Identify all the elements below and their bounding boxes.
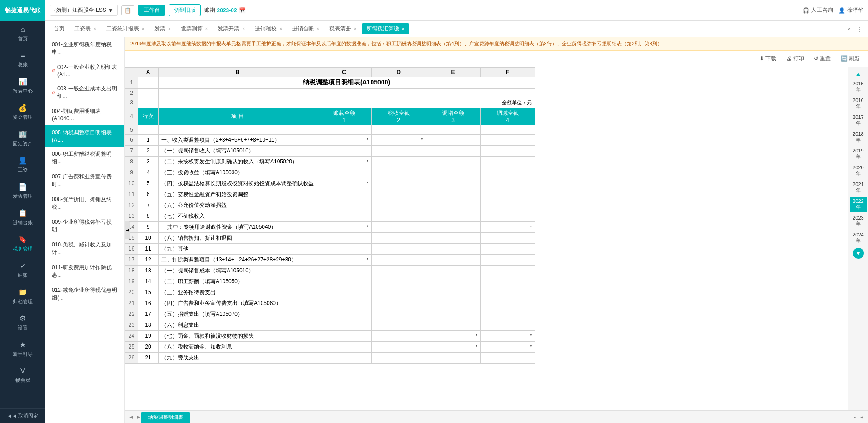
year-2015[interactable]: 2015年 <box>850 79 867 95</box>
sidebar-item-reports[interactable]: 📊 报表中心 <box>0 73 45 99</box>
download-button[interactable]: ⬇ 下载 <box>757 54 779 64</box>
sidebar-item-guide[interactable]: ★ 新手引导 <box>0 336 45 362</box>
tab-purchase-ledger[interactable]: 进销台账 × <box>288 23 324 34</box>
topbar-right: 🎧 人工咨询 👤 徐泽华 <box>803 6 863 14</box>
sidebar-item-tax[interactable]: 🔖 税务管理 <box>0 231 45 257</box>
tab-close-purchase-check[interactable]: × <box>279 26 282 31</box>
tab-invoice-open[interactable]: 发票开票 × <box>213 23 249 34</box>
year-2022[interactable]: 2022年 <box>850 197 867 212</box>
tab-close-tax-clear[interactable]: × <box>354 26 357 31</box>
left-item-010[interactable]: 010-免税、减计收入及加计... <box>45 237 124 260</box>
left-item-011[interactable]: 011-研发费用加计扣除优惠... <box>45 260 124 283</box>
year-2024[interactable]: 2024年 <box>850 230 867 246</box>
sidebar-item-home[interactable]: ⌂ 首页 <box>0 21 45 47</box>
year-2023[interactable]: 2023年 <box>850 213 867 229</box>
tabbar-settings-btn[interactable]: ⋮ <box>854 25 864 33</box>
main-content: (勿删）江西股全-LSS ▼ 📋 工作台 切到旧版 账期 2023-02 📅 🎧… <box>45 0 868 423</box>
nav-right-icon[interactable]: ► <box>136 414 141 420</box>
left-item-012[interactable]: 012-减免企业所得税优惠明细(... <box>45 283 124 305</box>
tab-close-invoice-calc[interactable]: × <box>205 26 208 31</box>
sheet-tab-label: 纳税调整明细表 <box>148 414 183 420</box>
year-2016[interactable]: 2016年 <box>850 96 867 112</box>
table-row: 12 7 （六）公允价值变动净损益 <box>125 200 535 211</box>
user-icon: 👤 <box>838 7 845 14</box>
tab-income-tax[interactable]: 所得税汇算缴 × <box>362 23 409 34</box>
tab-close-invoice-open[interactable]: × <box>242 26 245 31</box>
table-row: 24 19 （七）罚金、罚款和被没收财物的损失 * * <box>125 330 535 341</box>
tab-close-payroll[interactable]: × <box>94 26 96 31</box>
left-item-001[interactable]: 001-企业所得税年度纳税申... <box>45 37 124 60</box>
table-row: 14 9 其中：专项用途财政性资金（填写A105040） * * <box>125 221 535 232</box>
support-button[interactable]: 🎧 人工咨询 <box>803 6 833 14</box>
collapse-panel-button[interactable]: ◄ <box>125 221 130 239</box>
reset-icon: ↺ <box>814 55 818 62</box>
scroll-left-icon[interactable]: ◄ <box>859 414 864 420</box>
tab-invoice-calc[interactable]: 发票测算 × <box>176 23 213 34</box>
left-item-008[interactable]: 008-资产折旧、摊销及纳税... <box>45 192 124 215</box>
workbench-button[interactable]: 工作台 <box>138 5 165 16</box>
year-2021[interactable]: 2021年 <box>850 180 867 196</box>
sidebar-item-payroll[interactable]: 👤 工资 <box>0 152 45 178</box>
sheet-tab-adjust[interactable]: 纳税调整明细表 <box>141 412 190 423</box>
left-item-004[interactable]: 004-期间费用明细表(A1040... <box>45 104 124 125</box>
year-down-button[interactable]: ▼ <box>853 248 864 259</box>
user-profile[interactable]: 👤 徐泽华 <box>838 6 863 14</box>
left-item-003[interactable]: ⊘ 003-一般企业成本支出明细... <box>45 81 124 104</box>
refresh-button[interactable]: 🔄 刷新 <box>838 54 863 64</box>
bottom-tabbar: ◄ ► 纳税调整明细表 • ◄ <box>125 410 868 423</box>
sidebar-item-finance[interactable]: 💰 资金管理 <box>0 99 45 125</box>
print-button[interactable]: 🖨 打印 <box>784 54 807 64</box>
sidebar-item-ledger[interactable]: ≡ 总账 <box>0 47 45 73</box>
tab-close-purchase-ledger[interactable]: × <box>317 26 319 31</box>
year-up-button[interactable]: ▲ <box>854 69 863 78</box>
col-header-row: 4 行次 项 目 账载全额1 税收全额2 调增全额3 调减全额4 <box>125 108 535 125</box>
table-row: 10 5 （四）按权益法核算长期股权投资对初始投资成本调整确认收益 * <box>125 178 535 189</box>
tab-payroll[interactable]: 工资表 × <box>70 23 101 34</box>
left-item-006[interactable]: 006-职工薪酬纳税调整明细... <box>45 147 124 169</box>
left-item-009[interactable]: 009-企业所得税弥补亏损明... <box>45 215 124 237</box>
calendar-icon[interactable]: 📅 <box>239 7 246 14</box>
col2-header: 税收全额2 <box>372 108 426 125</box>
tab-purchase-check[interactable]: 进销稽校 × <box>250 23 287 34</box>
reset-button[interactable]: ↺ 重置 <box>811 54 833 64</box>
tabbar-close-all[interactable]: × <box>844 25 853 33</box>
sidebar-item-settings[interactable]: ⚙ 设置 <box>0 310 45 336</box>
payroll-icon: 👤 <box>18 156 27 165</box>
nav-left-icon[interactable]: ◄ <box>129 414 134 420</box>
year-2020[interactable]: 2020年 <box>850 163 867 179</box>
right-panel: 2019年度涉及取以前年度继续数据的申报表单元格需要手工维护正确，才能保证本年及… <box>125 37 868 423</box>
table-row: 26 21 （九）赞助支出 <box>125 352 535 363</box>
tab-close-income-tax[interactable]: × <box>402 26 405 31</box>
tab-tax-clear[interactable]: 税表清册 × <box>325 23 361 34</box>
copy-button[interactable]: 📋 <box>121 5 134 15</box>
table-row: 22 17 （五）捐赠支出（填写A105070） <box>125 309 535 320</box>
left-item-002[interactable]: ⊘ 002-一般企业收入明细表(A1... <box>45 60 124 81</box>
sidebar-item-vip[interactable]: V 畅会员 <box>0 362 45 388</box>
year-2018[interactable]: 2018年 <box>850 129 867 145</box>
year-2017[interactable]: 2017年 <box>850 113 867 128</box>
tab-home[interactable]: 首页 <box>49 23 69 34</box>
sidebar-item-archive[interactable]: 📁 归档管理 <box>0 283 45 310</box>
left-item-007[interactable]: 007-广告费和业务宣传费时... <box>45 169 124 192</box>
sidebar-item-invoice[interactable]: 📄 发票管理 <box>0 178 45 204</box>
old-version-button[interactable]: 切到旧版 <box>169 4 201 16</box>
year-2019[interactable]: 2019年 <box>850 146 867 162</box>
sidebar-item-assets[interactable]: 🏢 固定资产 <box>0 125 45 152</box>
sidebar-item-close[interactable]: ✓ 结账 <box>0 257 45 283</box>
finance-icon: 💰 <box>18 103 27 112</box>
table-row: 25 20 （八）税收滞纳金、加收利息 * * <box>125 341 535 352</box>
tab-close-payroll-report[interactable]: × <box>142 26 144 31</box>
left-item-005[interactable]: 005-纳税调整项目明细表(A1... <box>45 125 124 147</box>
spreadsheet-main[interactable]: A B C D E F 1 <box>125 67 848 411</box>
col-header-A: A <box>138 67 159 77</box>
col-header-F: F <box>481 67 535 77</box>
tab-payroll-report[interactable]: 工资统计报表 × <box>102 23 149 34</box>
item-label: 012-减免企业所得税优惠明细(... <box>52 286 120 302</box>
unpin-button[interactable]: ◄◄ 取消固定 <box>0 408 45 423</box>
company-selector[interactable]: (勿删）江西股全-LSS ▼ <box>50 5 118 16</box>
sheet-table: A B C D E F 1 <box>125 67 535 364</box>
tab-invoice[interactable]: 发票 × <box>150 23 175 34</box>
table-row: 20 15 （三）业务招待费支出 * <box>125 287 535 298</box>
sidebar-item-purchase-sales[interactable]: 📋 进销台账 <box>0 204 45 231</box>
tab-close-invoice[interactable]: × <box>168 26 171 31</box>
